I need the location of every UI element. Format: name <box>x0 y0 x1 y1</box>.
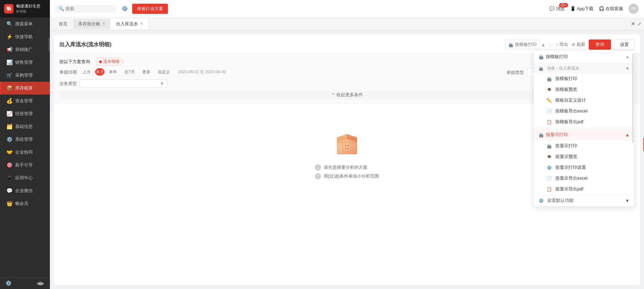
tabs-close-btn[interactable]: ✕ <box>631 21 635 27</box>
app-download-btn[interactable]: 📱 App下载 <box>570 6 593 12</box>
sidebar-item-business[interactable]: 📈 经营管理 <box>0 107 50 120</box>
date-btn-more[interactable]: 更多 <box>139 68 153 76</box>
avatar[interactable]: Rit <box>628 4 639 14</box>
trial-btn[interactable]: 体验行业方案 <box>132 4 168 14</box>
template-excel-icon: 📄 <box>547 109 552 114</box>
tabs-expand-btn[interactable]: ⤢ <box>637 21 641 27</box>
business-type-chevron: ▼ <box>160 81 164 86</box>
message-btn[interactable]: 💬 消息 99+ <box>549 6 565 12</box>
settings-gear-icon[interactable]: ⚙️ <box>121 5 128 12</box>
display-section-chevron: ▲ <box>625 132 630 137</box>
tab-inout-flow[interactable]: 出入库流水 ✕ <box>111 19 148 29</box>
sidebar-item-basic[interactable]: 🗂️ 基础信息 <box>0 120 50 133</box>
sidebar-item-appstore[interactable]: 📱 应用中心 <box>0 172 50 184</box>
empty-steps: 1 请先选择要分析的方案 2 用[过滤]条件来缩小分析范围 <box>315 164 379 182</box>
topbar: 🔍 ⚙️ 体验行业方案 💬 消息 99+ 📱 App下载 🎧 在线客服 Rit <box>50 0 644 18</box>
empty-step-2: 2 用[过滤]条件来缩小分析范围 <box>315 173 379 179</box>
setting-btn[interactable]: 设置 <box>614 39 635 50</box>
tab-batch-ledger-label: 库存批次账 <box>78 21 100 27</box>
dropdown-template-export-pdf[interactable]: 📋 按模板导出pdf <box>534 116 634 127</box>
sidebar-item-wechat[interactable]: 💬 企业微信 <box>0 184 50 197</box>
panel-scrollbar[interactable] <box>632 54 634 203</box>
sidebar-settings-icon[interactable]: ⚙️ <box>5 280 12 286</box>
dropdown-display-export-excel[interactable]: 📄 按显示导出excel <box>534 173 634 184</box>
sidebar-item-guide[interactable]: 🎯 新手引导 <box>0 159 50 172</box>
dropdown-footer-settings[interactable]: ⚙️ 设置默认功能 ▼ <box>534 194 634 206</box>
tab-batch-ledger[interactable]: 库存批次账 ✕ <box>74 19 110 29</box>
print-chevron-icon[interactable]: ▲ <box>541 42 546 47</box>
sidebar: 畅 畅捷通好生意 标准版 🔍 搜索菜单 ⚡ 快捷导航 📢 营销推广 📊 销售管理… <box>0 0 50 289</box>
date-btn-last-month[interactable]: 上月 <box>80 68 94 76</box>
search-box-icon: 🔍 <box>59 6 64 11</box>
date-filter: 单据日期 上月 本月 本年 近7天 更多 自定义 2023-06-01 至 20… <box>59 68 226 76</box>
dropdown-close-icon[interactable]: ▲ <box>625 54 630 59</box>
page-title: 出入库流水(流水明细) <box>59 41 112 48</box>
query-btn[interactable]: 查询 <box>589 40 611 50</box>
template-export-excel-label: 按模板导出excel <box>555 108 587 114</box>
sidebar-item-label: 企业微信 <box>15 188 33 194</box>
tab-inout-flow-close-icon[interactable]: ✕ <box>140 22 143 26</box>
tag-dot-icon <box>99 60 102 63</box>
business-type-select[interactable]: ▼ <box>80 79 167 88</box>
tab-home[interactable]: 首页 <box>54 19 72 29</box>
dropdown-display-export-pdf[interactable]: 📋 按显示导出pdf <box>534 184 634 194</box>
online-service-btn[interactable]: 🎧 在线客服 <box>599 6 623 12</box>
dropdown-template-export-excel[interactable]: 📄 按模板导出excel <box>534 106 634 116</box>
dropdown-display-section[interactable]: 🖨️ 按显示打印 ▲ <box>534 129 634 140</box>
sidebar-item-quick-nav[interactable]: ⚡ 快捷导航 <box>0 30 50 43</box>
dropdown-template-preview[interactable]: 👁️ 按模板预览 <box>534 84 634 95</box>
empty-step-1: 1 请先选择要分析的方案 <box>315 164 379 170</box>
guide-icon: 🎯 <box>6 162 12 168</box>
sidebar-item-purchase[interactable]: 🛒 采购管理 <box>0 69 50 82</box>
export-btn[interactable]: ↑ 导出 <box>556 42 568 48</box>
sidebar-item-inventory[interactable]: 📦 库存核算 <box>0 82 50 95</box>
display-export-pdf-label: 按显示导出pdf <box>555 186 583 192</box>
print-template-btn[interactable]: 🖨️ 按模板打印 <box>505 40 540 49</box>
page-card: 出入库流水(流水明细) 🖨️ 按模板打印 ▲ ··· ↑ 导出 <box>54 34 640 285</box>
collapse-up-icon: ⌃ <box>331 93 335 98</box>
date-btn-7days[interactable]: 近7天 <box>121 68 138 76</box>
sidebar-item-finance[interactable]: 💰 资金管理 <box>0 95 50 107</box>
dropdown-display-settings[interactable]: ⚙️ 按显示打印设置 <box>534 162 634 173</box>
sidebar-item-label: 系统管理 <box>15 136 33 142</box>
sidebar-item-label: 资金管理 <box>15 98 33 104</box>
svg-point-5 <box>343 142 351 151</box>
date-btn-this-month[interactable]: 本月 <box>95 68 105 76</box>
message-icon: 💬 <box>549 6 555 11</box>
tab-batch-ledger-close-icon[interactable]: ✕ <box>102 22 105 26</box>
sidebar-logo: 畅 畅捷通好生意 标准版 <box>0 0 50 18</box>
dropdown-display-print[interactable]: 🖨️ 按显示打印 <box>534 140 634 151</box>
active-tag[interactable]: 流水明细 <box>95 58 123 65</box>
sidebar-item-label: 采购管理 <box>15 72 33 78</box>
sidebar-item-label: 快捷导航 <box>15 34 33 40</box>
dropdown-display-preview[interactable]: 👁️ 按显示预览 <box>534 151 634 162</box>
sidebar-item-system[interactable]: ⚙️ 系统管理 <box>0 133 50 146</box>
print-dropdown-panel: 🖨️ 按模板打印 ▲ 🖨️ 当前：出入库流水 ▼ <box>533 50 635 207</box>
sidebar-item-search[interactable]: 🔍 搜索菜单 <box>0 18 50 30</box>
sidebar-item-label: 基础信息 <box>15 124 33 130</box>
refresh-btn[interactable]: ↺ 刷新 <box>572 42 585 48</box>
date-btn-this-year[interactable]: 本年 <box>106 68 120 76</box>
user-name: Rit <box>631 6 636 11</box>
step-2-text: 用[过滤]条件来缩小分析范围 <box>324 173 379 179</box>
sidebar-item-cooperation[interactable]: 🤝 企业协同 <box>0 146 50 159</box>
search-input[interactable] <box>65 6 113 11</box>
more-options-icon[interactable]: ··· <box>549 42 553 47</box>
dropdown-template-custom[interactable]: ✏️ 模板自定义设计 <box>534 95 634 106</box>
sales-icon: 📊 <box>6 59 12 65</box>
display-export-excel-label: 按显示导出excel <box>555 175 587 181</box>
printer-icon: 🖨️ <box>508 42 514 47</box>
current-chevron-icon: ▼ <box>625 66 630 71</box>
empty-box-icon <box>330 124 364 158</box>
sidebar-collapse-icon[interactable]: ◀▶ <box>36 280 45 286</box>
date-btn-custom[interactable]: 自定义 <box>155 68 173 76</box>
sidebar-item-vip[interactable]: 👑 畅会员 <box>0 197 50 210</box>
inventory-icon: 📦 <box>6 85 12 91</box>
search-box[interactable]: 🔍 <box>55 5 116 12</box>
dropdown-template-print[interactable]: 🖨️ 按模板打印 <box>534 73 634 84</box>
appstore-icon: 📱 <box>6 175 12 181</box>
template-preview-label: 按模板预览 <box>555 86 577 93</box>
sidebar-item-sales[interactable]: 📊 销售管理 <box>0 56 50 69</box>
dropdown-header: 🖨️ 按模板打印 ▲ <box>534 50 634 63</box>
sidebar-item-marketing[interactable]: 📢 营销推广 <box>0 43 50 56</box>
